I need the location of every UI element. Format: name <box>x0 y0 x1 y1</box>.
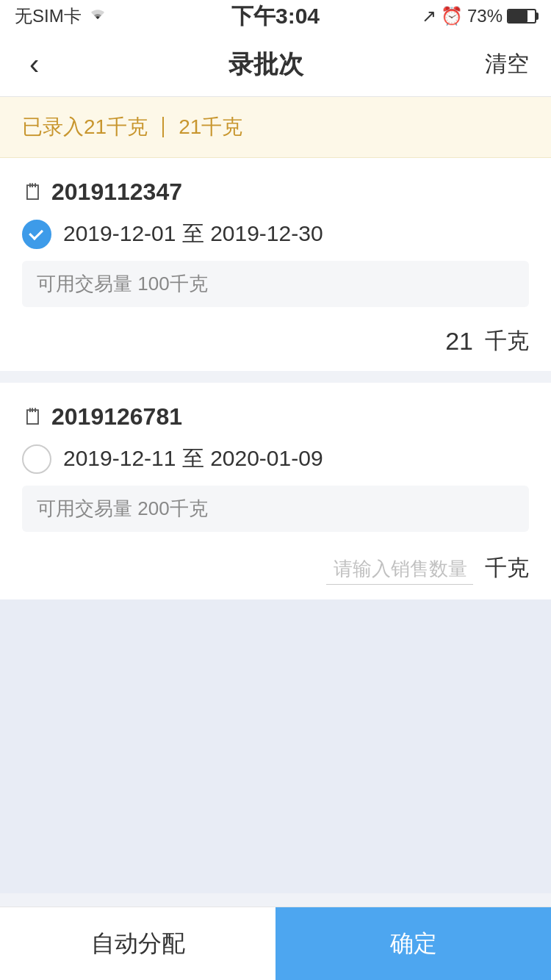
batch-2-date-row[interactable]: 2019-12-11 至 2020-01-09 <box>0 438 551 480</box>
status-time: 下午3:04 <box>231 1 320 32</box>
batch-id-icon-2: 🗒 <box>22 405 44 430</box>
batch-1-qty-row: 21 千克 <box>0 319 551 371</box>
status-right: ↗ ⏰ 73% <box>422 6 536 26</box>
batch-2-qty-input[interactable] <box>326 551 473 585</box>
confirm-button[interactable]: 确定 <box>276 907 551 980</box>
summary-divider <box>162 117 164 137</box>
summary-label: 已录入21千克 <box>22 113 148 141</box>
wifi-icon <box>87 6 108 26</box>
card-separator <box>0 371 551 383</box>
summary-banner: 已录入21千克 21千克 <box>0 97 551 158</box>
batch-2-availability: 可用交易量 200千克 <box>22 486 529 532</box>
page-title: 录批次 <box>228 48 303 82</box>
alarm-icon: ⏰ <box>441 6 463 26</box>
batch-1-date: 2019-12-01 至 2019-12-30 <box>63 219 323 249</box>
batch-2-qty-row: 千克 <box>0 544 551 599</box>
back-button[interactable]: ‹ <box>22 40 46 88</box>
battery-icon <box>507 9 536 24</box>
status-left: 无SIM卡 <box>15 4 108 28</box>
batch-card-1: 🗒 2019112347 2019-12-01 至 2019-12-30 可用交… <box>0 158 551 371</box>
batch-1-date-row[interactable]: 2019-12-01 至 2019-12-30 <box>0 213 551 255</box>
batch-1-qty-value: 21 <box>445 327 473 356</box>
batch-1-id: 2019112347 <box>51 179 182 206</box>
batch-1-radio[interactable] <box>22 220 51 249</box>
clear-button[interactable]: 清空 <box>485 49 529 79</box>
batch-1-unit: 千克 <box>485 326 529 356</box>
batch-1-header: 🗒 2019112347 <box>0 158 551 213</box>
batch-2-id: 2019126781 <box>51 403 182 430</box>
batch-2-radio[interactable] <box>22 444 51 474</box>
batch-2-date: 2019-12-11 至 2020-01-09 <box>63 444 323 474</box>
bottom-space <box>0 599 551 893</box>
batch-2-unit: 千克 <box>485 553 529 583</box>
carrier-label: 无SIM卡 <box>15 4 82 28</box>
location-icon: ↗ <box>422 6 436 26</box>
batch-id-icon-1: 🗒 <box>22 180 44 205</box>
footer: 自动分配 确定 <box>0 907 551 980</box>
summary-value: 21千克 <box>179 113 242 141</box>
nav-bar: ‹ 录批次 清空 <box>0 32 551 97</box>
status-bar: 无SIM卡 下午3:04 ↗ ⏰ 73% <box>0 0 551 32</box>
battery-percent: 73% <box>467 6 503 26</box>
batch-2-header: 🗒 2019126781 <box>0 383 551 438</box>
batch-card-2: 🗒 2019126781 2019-12-11 至 2020-01-09 可用交… <box>0 383 551 599</box>
auto-distribute-button[interactable]: 自动分配 <box>0 907 276 980</box>
batch-1-availability: 可用交易量 100千克 <box>22 261 529 307</box>
